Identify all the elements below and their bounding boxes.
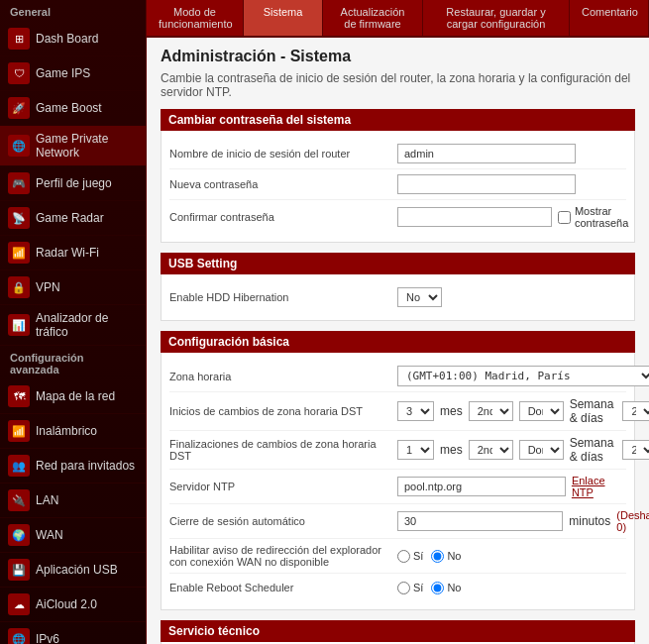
sidebar-item-inalambrico[interactable]: 📶 Inalámbrico [0,414,146,449]
sidebar-item-label: Dash Board [36,32,98,46]
game-radar-icon: 📡 [8,207,30,229]
enable-reboot-no-radio[interactable] [431,582,444,594]
habilitar-aviso-no-radio[interactable] [431,550,444,563]
cierre-sesion-input[interactable] [397,511,563,531]
tab-sistema[interactable]: Sistema [244,0,323,36]
control-finalizaciones-dst: 1 mes 2nd Dom Semana & días 2 horas [397,436,649,464]
row-inicios-dst: Inicios de cambios de zona horaria DST 3… [169,392,626,431]
sidebar-item-aicloud[interactable]: ☁ AiCloud 2.0 [0,588,146,622]
dst-row1-mes-label: mes [440,404,463,418]
row-nueva-password: Nueva contraseña [169,169,626,200]
sidebar-item-analizador[interactable]: 📊 Analizador de tráfico [0,305,146,346]
habilitar-aviso-si-label[interactable]: Sí [397,550,423,563]
tab-comentario[interactable]: Comentario [570,0,649,36]
enlace-ntp-link[interactable]: Enlace NTP [572,475,626,498]
tab-actualizacion[interactable]: Actualización de firmware [323,0,423,36]
dst-row1-num-select[interactable]: 3 [397,401,434,421]
row-finalizaciones-dst: Finalizaciones de cambios de zona horari… [169,431,626,470]
label-zona-horaria: Zona horaria [169,371,397,382]
sidebar-advanced-label: Configuración avanzada [0,346,146,379]
dst-row2-num-select[interactable]: 1 [397,440,434,460]
dst-row1-semana-label: Semana & días [570,397,617,425]
zona-horaria-select[interactable]: (GMT+01:00) Madrid, París [397,366,649,386]
cierre-text: minutos [569,514,610,528]
sidebar-item-game-radar[interactable]: 📡 Game Radar [0,201,146,236]
sidebar-item-wan[interactable]: 🌍 WAN [0,518,146,553]
sidebar-item-label: VPN [36,280,60,294]
dst-row2-semana-label: Semana & días [570,436,617,464]
sidebar-item-label: Aplicación USB [36,563,118,577]
servidor-ntp-input[interactable] [397,477,566,496]
sidebar-item-app-usb[interactable]: 💾 Aplicación USB [0,553,146,588]
enable-hdd-select[interactable]: No Sí [397,287,442,307]
dst-row2-mes-label: mes [440,443,463,457]
sidebar-item-perfil-juego[interactable]: 🎮 Perfil de juego [0,166,146,201]
control-confirmar-password: Mostrar contraseña [397,205,649,229]
sidebar: General ⊞ Dash Board 🛡 Game IPS 🚀 Game B… [0,0,147,644]
sidebar-item-lan[interactable]: 🔌 LAN [0,483,146,518]
row-zona-horaria: Zona horaria (GMT+01:00) Madrid, París [169,361,626,392]
sidebar-item-game-boost[interactable]: 🚀 Game Boost [0,91,146,126]
enable-reboot-radio-group: Sí No [397,582,461,594]
sidebar-item-vpn[interactable]: 🔒 VPN [0,270,146,305]
habilitar-aviso-si-radio[interactable] [397,550,410,563]
section-header-password: Cambiar contraseña del sistema [161,109,635,131]
label-finalizaciones-dst: Finalizaciones de cambios de zona horari… [169,438,397,462]
label-nombre-inicio: Nombre de inicio de sesión del router [169,148,397,160]
tab-restaurar[interactable]: Restaurar, guardar y cargar configuració… [423,0,570,36]
section-header-usb: USB Setting [161,253,635,274]
sidebar-general-label: General [0,0,146,22]
dst-row1-horas-select[interactable]: 2 [622,401,649,421]
sidebar-item-label: IPv6 [36,632,59,644]
content-area: Administración - Sistema Cambie la contr… [147,38,649,644]
sidebar-item-label: Analizador de tráfico [36,311,138,339]
sidebar-item-ipv6[interactable]: 🌐 IPv6 [0,622,146,644]
label-enable-reboot: Enable Reboot Scheduler [169,582,397,593]
sidebar-item-label: Radar Wi-Fi [36,246,99,260]
enable-reboot-no-label[interactable]: No [431,582,461,594]
sidebar-item-label: Mapa de la red [36,389,115,403]
sidebar-item-label: Perfil de juego [36,176,112,190]
tab-modo[interactable]: Modo de funcionamiento [147,0,244,36]
nombre-inicio-input[interactable] [397,144,576,163]
sidebar-item-game-private-network[interactable]: 🌐 Game Private Network [0,126,146,166]
habilitar-aviso-radio-group: Sí No [397,550,461,563]
dashboard-icon: ⊞ [8,28,30,50]
nueva-password-input[interactable] [397,174,576,194]
control-servidor-ntp: Enlace NTP [397,475,626,498]
dst-row2-dia-select[interactable]: Dom [519,440,564,460]
label-cierre-sesion: Cierre de sesión automático [169,515,397,527]
dst-row1-dia-select[interactable]: Dom [519,401,564,421]
mapa-red-icon: 🗺 [8,385,30,407]
tab-bar: Modo de funcionamiento Sistema Actualiza… [147,0,649,38]
confirmar-password-input[interactable] [397,207,552,227]
mostrar-password-checkbox[interactable] [558,211,571,224]
label-nueva-password: Nueva contraseña [169,178,397,190]
dst-row2-horas-select[interactable]: 2 [622,440,649,460]
dst-row1-ord-select[interactable]: 2nd [469,401,513,421]
label-enable-hdd: Enable HDD Hibernation [169,291,397,303]
sidebar-item-radar-wifi[interactable]: 📶 Radar Wi-Fi [0,236,146,270]
row-habilitar-aviso: Habilitar aviso de redirección del explo… [169,539,626,574]
app-usb-icon: 💾 [8,559,30,581]
sidebar-item-red-invitados[interactable]: 👥 Red para invitados [0,449,146,483]
row-servidor-ntp: Servidor NTP Enlace NTP [169,470,626,504]
habilitar-aviso-no-label[interactable]: No [431,550,461,563]
enable-reboot-si-radio[interactable] [397,582,410,594]
wan-icon: 🌍 [8,524,30,546]
sidebar-item-game-ips[interactable]: 🛡 Game IPS [0,56,146,91]
deshabilitar-cierre[interactable]: (Deshabilitar : 0) [616,509,649,533]
sidebar-item-mapa-red[interactable]: 🗺 Mapa de la red [0,379,146,414]
enable-reboot-si-label[interactable]: Sí [397,582,423,594]
inalambrico-icon: 📶 [8,420,30,442]
sidebar-item-label: Red para invitados [36,459,135,473]
sidebar-item-dashboard[interactable]: ⊞ Dash Board [0,22,146,56]
row-enable-reboot: Enable Reboot Scheduler Sí No [169,574,626,601]
label-confirmar-password: Confirmar contraseña [169,211,397,223]
sidebar-item-label: WAN [36,528,63,542]
row-cierre-sesion: Cierre de sesión automático minutos (Des… [169,504,626,539]
row-nombre-inicio: Nombre de inicio de sesión del router [169,139,626,169]
analizador-icon: 📊 [8,314,30,336]
row-confirmar-password: Confirmar contraseña Mostrar contraseña [169,200,626,234]
dst-row2-ord-select[interactable]: 2nd [469,440,513,460]
